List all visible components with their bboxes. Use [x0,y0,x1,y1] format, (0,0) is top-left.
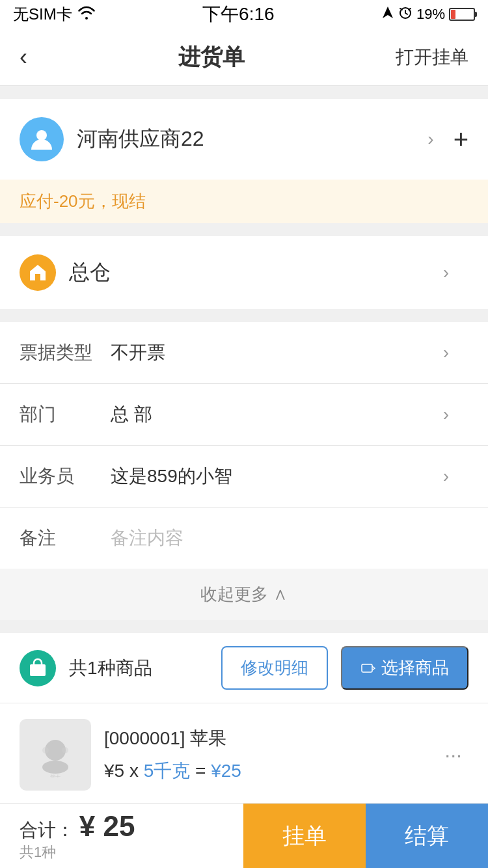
product-price: ¥5 x 5千克 = ¥25 [104,759,425,783]
invoice-chevron-icon: › [443,342,449,363]
bottom-bar: 合计： ¥ 25 共1种 挂单 结算 [0,803,488,868]
warehouse-chevron-icon: › [443,262,449,283]
collapse-label: 收起更多 ∧ [200,584,287,604]
remark-input[interactable]: 备注内容 [111,526,468,550]
svg-text:督十: 督十 [50,774,61,778]
checkout-button[interactable]: 结算 [366,804,488,869]
total-section: 合计： ¥ 25 共1种 [0,810,243,862]
total-count: 共1种 [20,843,224,862]
product-count-icon [20,650,56,686]
product-more-button[interactable]: ··· [438,737,468,774]
total-label: 合计： [20,820,74,840]
unit-price: ¥5 x [104,761,144,781]
svg-rect-3 [30,664,46,676]
salesman-row[interactable]: 业务员 这是859的小智 › [0,446,488,508]
open-hang-button[interactable]: 打开挂单 [396,45,468,70]
dept-chevron-icon: › [443,404,449,425]
dept-label: 部门 [20,402,111,427]
warehouse-icon [20,254,56,291]
product-code: [0000001] [104,728,190,748]
invoice-value: 不开票 [111,340,443,365]
alarm-icon [398,5,413,23]
svg-point-7 [42,747,49,753]
salesman-label: 业务员 [20,464,111,489]
nav-bar: ‹ 进货单 打开挂单 [0,29,488,86]
notice-bar: 应付-20元，现结 [0,180,488,223]
status-left: 无SIM卡 [13,4,96,25]
supplier-chevron-icon: › [427,129,433,150]
page-title: 进货单 [178,42,245,72]
product-header: 共1种商品 修改明细 选择商品 [0,633,488,703]
carrier-label: 无SIM卡 [13,4,72,25]
supplier-name[interactable]: 河南供应商22 [77,125,427,154]
salesman-value: 这是859的小智 [111,464,443,489]
status-bar: 无SIM卡 下午6:16 19% [0,0,488,29]
status-right: 19% [381,5,475,23]
battery-percent: 19% [416,6,445,23]
product-name: [0000001] 苹果 [104,726,425,751]
product-header-section: 共1种商品 修改明细 选择商品 督十 [0000001] [0,633,488,806]
supplier-section: 河南供应商22 › + 应付-20元，现结 [0,99,488,223]
dept-row[interactable]: 部门 总 部 › [0,384,488,446]
battery-icon [449,8,475,21]
salesman-chevron-icon: › [443,466,449,487]
location-icon [381,5,394,23]
product-item: 督十 [0000001] 苹果 ¥5 x 5千克 = ¥25 ··· [0,703,488,806]
back-button[interactable]: ‹ [20,44,27,71]
product-thumbnail: 督十 [20,719,91,791]
total-amount: ¥ 25 [79,810,135,842]
invoice-label: 票据类型 [20,340,111,365]
supplier-row: 河南供应商22 › + [0,99,488,180]
product-info: [0000001] 苹果 ¥5 x 5千克 = ¥25 [104,726,425,783]
warehouse-name: 总仓 [69,258,443,287]
invoice-row[interactable]: 票据类型 不开票 › [0,322,488,384]
hang-button[interactable]: 挂单 [243,804,366,869]
status-time: 下午6:16 [202,2,275,27]
notice-text: 应付-20元，现结 [20,191,146,211]
warehouse-section: 总仓 › [0,236,488,309]
svg-rect-2 [35,274,40,280]
total-price: ¥25 [211,761,241,781]
quantity: 5千克 [144,761,191,781]
product-count-label: 共1种商品 [69,656,208,681]
form-section: 票据类型 不开票 › 部门 总 部 › 业务员 这是859的小智 › 备注 备注… [0,322,488,569]
warehouse-row[interactable]: 总仓 › [0,236,488,309]
add-button[interactable]: + [454,125,468,154]
svg-rect-4 [362,664,372,672]
dept-value: 总 部 [111,402,443,427]
collapse-button[interactable]: 收起更多 ∧ [0,569,488,620]
select-product-label: 选择商品 [381,657,449,679]
equals-sign: = [195,761,211,781]
remark-label: 备注 [20,526,111,550]
svg-point-1 [36,130,47,141]
supplier-avatar [20,117,64,161]
svg-point-8 [62,747,68,753]
svg-point-6 [42,761,68,774]
remark-row[interactable]: 备注 备注内容 [0,508,488,569]
select-product-button[interactable]: 选择商品 [341,646,468,690]
product-title: 苹果 [190,728,226,748]
modify-detail-button[interactable]: 修改明细 [221,646,328,690]
wifi-icon [77,5,96,23]
